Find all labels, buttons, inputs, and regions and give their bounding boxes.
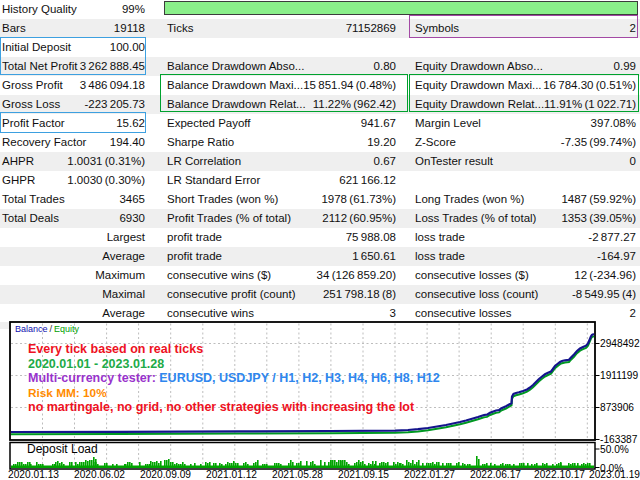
svg-text:2020.06.02: 2020.06.02 [74,469,125,480]
svg-text:2021.09.15: 2021.09.15 [338,469,389,480]
svg-text:873906: 873906 [600,402,634,413]
svg-text:1911199: 1911199 [600,370,638,381]
svg-text:2022.06.17: 2022.06.17 [470,469,521,480]
svg-text:2022.10.17: 2022.10.17 [534,469,585,480]
svg-text:50.0%: 50.0% [600,444,629,455]
svg-text:2020.09.09: 2020.09.09 [140,469,191,480]
svg-text:2948492: 2948492 [600,338,640,349]
svg-text:2021.05.28: 2021.05.28 [272,469,323,480]
svg-text:/: / [50,323,53,334]
svg-text:2022.01.27: 2022.01.27 [404,469,455,480]
svg-text:2020.01.13: 2020.01.13 [8,469,59,480]
svg-text:Deposit Load: Deposit Load [27,442,98,456]
svg-text:2021.01.12: 2021.01.12 [206,469,257,480]
svg-text:2023.01.19: 2023.01.19 [589,469,640,480]
svg-text:Equity: Equity [54,324,80,334]
svg-text:Balance: Balance [15,324,48,334]
